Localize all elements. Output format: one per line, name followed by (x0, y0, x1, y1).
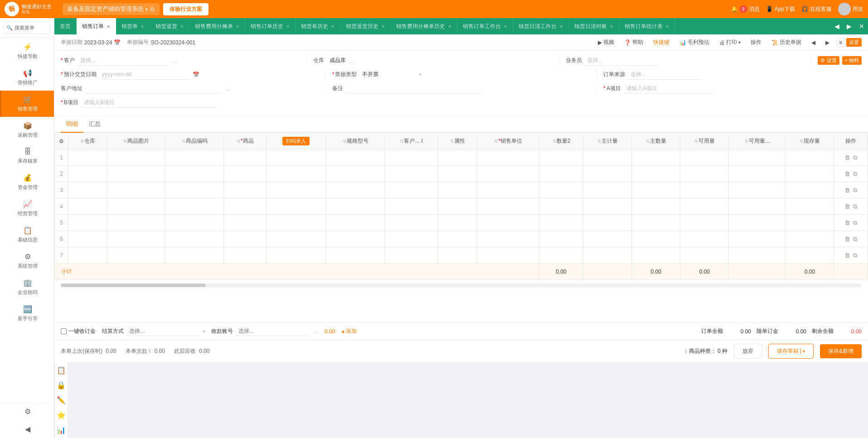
account-dots[interactable]: ... (314, 328, 318, 335)
sidebar-item-sysmanage[interactable]: ⚙ 系统管理 (0, 248, 54, 274)
save-new-btn[interactable]: 保存&新增 (820, 344, 862, 358)
right-icon-edit[interactable]: ✏️ (57, 396, 66, 404)
settlement-dropdown[interactable]: ▾ (203, 329, 205, 334)
tab-expense-history[interactable]: 销售费用分摊单历史 ✕ (391, 18, 457, 34)
right-icon-lock[interactable]: 🔒 (57, 381, 66, 390)
tab-close-icon[interactable]: ✕ (381, 24, 385, 29)
settings-icon[interactable]: 设置 (846, 38, 862, 47)
address-dots[interactable]: ... (226, 86, 230, 92)
scan-btn[interactable]: 扫码录入 (282, 137, 310, 145)
help-btn[interactable]: ❓ 帮助 (621, 37, 646, 48)
nav-prev-btn[interactable]: ◀ (809, 38, 818, 47)
sidebar-item-finance[interactable]: 💰 资金管理 (0, 169, 54, 195)
tab-close-icon[interactable]: ✕ (504, 24, 507, 29)
tab-close-icon[interactable]: ✕ (559, 24, 563, 29)
tab-close-icon[interactable]: ✕ (610, 24, 613, 29)
copy-icon[interactable]: ⧉ (853, 219, 857, 226)
industry-btn[interactable]: 体验行业方案 (163, 3, 209, 15)
info-icon[interactable]: ℹ (421, 138, 423, 144)
delete-icon[interactable]: 🗑 (844, 219, 850, 226)
sidebar-item-collapse[interactable]: ◀ (0, 420, 54, 438)
calendar-icon[interactable]: 📅 (114, 39, 121, 46)
tab-invoice-history[interactable]: 销货单历史 ✕ (296, 18, 340, 34)
delete-icon[interactable]: 🗑 (844, 154, 850, 161)
tab-close-icon[interactable]: ✕ (180, 24, 184, 29)
tab-sales-order-history[interactable]: 销售订单历史 ✕ (245, 18, 296, 34)
nav-next-btn[interactable]: ▶ (823, 38, 832, 47)
tab-close-icon[interactable]: ✕ (236, 24, 239, 29)
search-menu-btn[interactable]: 🔍 搜索菜单 (4, 22, 50, 34)
tab-close-icon[interactable]: ✕ (331, 24, 335, 29)
copy-icon[interactable]: ⧉ (853, 203, 857, 210)
view-btn[interactable]: ▶ 视频 (595, 37, 617, 48)
profit-btn[interactable]: 📊 毛利预估 (677, 37, 712, 48)
tab-detail[interactable]: 明细 (61, 116, 83, 133)
copy-icon[interactable]: ⧉ (853, 236, 857, 243)
right-icon-star[interactable]: ⭐ (57, 411, 66, 419)
sidebar-item-quicknav[interactable]: ⚡ 快捷导航 (0, 38, 54, 64)
notification-btn[interactable]: 🔔 9 消息 (731, 5, 760, 13)
list-view-icon[interactable]: ≡ (837, 38, 844, 47)
sidebar-item-newguide[interactable]: 🆕 新手引导 (0, 300, 54, 327)
tab-close-icon[interactable]: ✕ (665, 24, 669, 29)
one-click-checkbox-input[interactable] (61, 328, 67, 334)
settlement-input[interactable] (126, 327, 200, 336)
gear-icon[interactable]: ⚙ (150, 6, 155, 13)
right-icon-clipboard[interactable]: 📋 (57, 366, 66, 375)
add-material-btn[interactable]: + 物料 (842, 56, 862, 65)
operate-btn[interactable]: 操作 (748, 37, 764, 48)
delete-icon[interactable]: 🗑 (844, 187, 850, 193)
copy-icon[interactable]: ⧉ (853, 252, 857, 259)
one-click-checkbox[interactable]: 一键收订金 (61, 327, 96, 335)
sidebar-item-marketing[interactable]: 📢 营销推广 (0, 64, 54, 91)
sidebar-item-operations[interactable]: 📈 经营管理 (0, 195, 54, 221)
tab-sales-stats[interactable]: 销售订单统计表 ✕ (619, 18, 675, 34)
tab-home[interactable]: 首页 (54, 18, 77, 34)
tab-return-history[interactable]: 销货退货历史 ✕ (340, 18, 391, 34)
sidebar-item-inventory[interactable]: 🗄 库存核算 (0, 143, 54, 169)
shortcut-btn[interactable]: 快捷键 (650, 37, 672, 48)
remarks-input[interactable] (346, 83, 482, 94)
tab-next-btn[interactable]: ▶ (843, 23, 855, 30)
delete-icon[interactable]: 🗑 (844, 170, 850, 177)
tab-close-icon[interactable]: ✕ (448, 24, 451, 29)
app-download-btn[interactable]: 📱 App下载 (766, 5, 795, 13)
account-input[interactable] (236, 327, 309, 336)
delete-icon[interactable]: 🗑 (844, 236, 850, 242)
delivery-input[interactable] (99, 69, 190, 80)
tab-close-icon[interactable]: ✕ (107, 24, 110, 29)
tab-prev-btn[interactable]: ◀ (831, 23, 843, 30)
add-btn[interactable]: ● 添加 (341, 327, 356, 335)
delete-icon[interactable]: 🗑 (844, 252, 850, 259)
tab-sales-order[interactable]: 销售订单 ✕ (77, 18, 116, 34)
scrollbar-track[interactable] (61, 284, 862, 287)
sidebar-item-settings[interactable]: ⚙ (0, 403, 54, 420)
warehouse-dots[interactable]: ... (350, 58, 355, 64)
quick-settings-btn[interactable]: ⚙ 设置 (818, 56, 839, 65)
staff-input[interactable] (585, 55, 658, 66)
tab-sales-expense[interactable]: 销售费用分摊单 ✕ (189, 18, 245, 34)
copy-icon[interactable]: ⧉ (853, 187, 857, 194)
aproject-input[interactable] (624, 83, 714, 94)
order-source-input[interactable] (628, 69, 701, 80)
tab-close-icon[interactable]: ✕ (141, 24, 144, 29)
user-menu[interactable]: 用友 (838, 3, 863, 15)
sidebar-item-enterprise[interactable]: 🏢 企业协同 (0, 274, 54, 300)
right-icon-chart[interactable]: 📊 (57, 426, 66, 434)
invoice-dropdown-icon[interactable]: ▾ (419, 72, 422, 77)
save-draft-dropdown-icon[interactable]: ▾ (800, 349, 805, 354)
address-input[interactable] (85, 83, 221, 94)
copy-icon[interactable]: ⧉ (853, 170, 857, 178)
tab-order-workbench[interactable]: 销售订单工作台 ✕ (457, 18, 513, 34)
th-settings[interactable]: ⚙ (55, 133, 68, 149)
online-service-btn[interactable]: 🎧 在线客服 (801, 5, 832, 13)
history-btn[interactable]: 📜 历史单据 (769, 37, 804, 48)
tab-daily-clear[interactable]: 钱货日清工作台 ✕ (513, 18, 569, 34)
print-btn[interactable]: 🖨 打印 ▾ (717, 37, 743, 48)
save-draft-btn[interactable]: 保存草稿 ▾ (768, 344, 814, 359)
customer-input[interactable] (78, 55, 168, 66)
delete-icon[interactable]: 🗑 (844, 203, 850, 210)
sidebar-item-purchase[interactable]: 📦 采购管理 (0, 117, 54, 143)
tab-sales-invoice[interactable]: 销货单 ✕ (116, 18, 150, 34)
customer-dots[interactable]: ... (173, 58, 177, 64)
